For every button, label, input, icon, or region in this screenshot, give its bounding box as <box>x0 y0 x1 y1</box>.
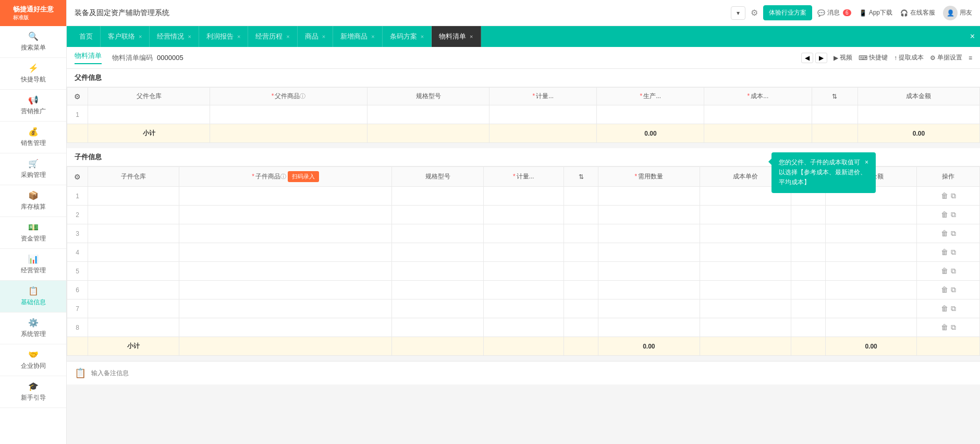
child-row-2-spec[interactable] <box>392 206 483 224</box>
single-settings-action[interactable]: ⚙ 单据设置 <box>930 53 962 62</box>
child-row-6-product[interactable] <box>179 281 392 299</box>
child-row-1-warehouse[interactable] <box>88 187 179 206</box>
child-row-1-spec[interactable] <box>392 187 483 206</box>
child-row-5-spec[interactable] <box>392 262 483 281</box>
nav-next-btn[interactable]: ▶ <box>815 53 827 63</box>
child-row-7-product[interactable] <box>179 299 392 318</box>
child-row-6-spec[interactable] <box>392 281 483 299</box>
child-row-6-unit[interactable] <box>483 281 564 299</box>
child-row-7-spec[interactable] <box>392 299 483 318</box>
child-row-7-copy-icon[interactable]: ⧉ <box>951 304 956 313</box>
child-row-1-unit[interactable] <box>483 187 564 206</box>
tab-operations-close[interactable]: × <box>188 33 191 40</box>
child-row-3-warehouse[interactable] <box>88 224 179 243</box>
tab-home[interactable]: 首页 <box>72 26 101 47</box>
parent-row-1-cost[interactable] <box>704 105 812 124</box>
child-row-3-delete-icon[interactable]: 🗑 <box>941 229 948 238</box>
child-row-1-qty[interactable] <box>598 187 700 206</box>
parent-row-1-spec[interactable] <box>368 105 489 124</box>
remark-input[interactable] <box>91 369 972 377</box>
dropdown-btn[interactable]: ▾ <box>731 6 745 20</box>
child-row-2-copy-icon[interactable]: ⧉ <box>951 210 956 219</box>
child-row-4-unit-cost[interactable] <box>700 243 791 262</box>
child-row-8-unit-cost[interactable] <box>700 318 791 337</box>
child-row-3-unit[interactable] <box>483 224 564 243</box>
child-row-5-unit-cost[interactable] <box>700 262 791 281</box>
tab-barcode[interactable]: 条码方案 × <box>383 26 432 47</box>
tab-history[interactable]: 经营历程 × <box>248 26 297 47</box>
child-row-2-warehouse[interactable] <box>88 206 179 224</box>
child-row-2-product[interactable] <box>179 206 392 224</box>
child-row-7-warehouse[interactable] <box>88 299 179 318</box>
tooltip-close-btn[interactable]: × <box>865 158 868 167</box>
child-row-8-qty[interactable] <box>598 318 700 337</box>
close-all-tabs[interactable]: × <box>970 32 975 41</box>
sidebar-item-search[interactable]: 🔍 搜索菜单 <box>0 26 66 58</box>
child-row-8-spec[interactable] <box>392 318 483 337</box>
sidebar-item-quicknav[interactable]: ⚡ 快捷导航 <box>0 58 66 90</box>
child-row-7-delete-icon[interactable]: 🗑 <box>941 304 948 313</box>
sidebar-item-enterprise[interactable]: 🤝 企业协同 <box>0 344 66 376</box>
parent-th-gear[interactable]: ⚙ <box>67 88 88 105</box>
tab-customers[interactable]: 客户联络 × <box>101 26 150 47</box>
shortcut-action[interactable]: ⌨ 快捷键 <box>859 53 888 62</box>
sidebar-item-finance[interactable]: 💵 资金管理 <box>0 217 66 249</box>
child-row-5-warehouse[interactable] <box>88 262 179 281</box>
sidebar-item-marketing[interactable]: 📢 营销推广 <box>0 90 66 122</box>
tab-history-close[interactable]: × <box>286 33 289 40</box>
child-row-5-qty[interactable] <box>598 262 700 281</box>
sidebar-item-system[interactable]: ⚙️ 系统管理 <box>0 313 66 344</box>
sidebar-item-sales[interactable]: 💰 销售管理 <box>0 122 66 153</box>
message-action[interactable]: 💬 消息 6 <box>817 8 851 17</box>
sidebar-item-operations[interactable]: 📊 经营管理 <box>0 249 66 281</box>
online-service-action[interactable]: 🎧 在线客服 <box>900 8 935 17</box>
parent-row-1-product[interactable] <box>210 105 368 124</box>
child-row-8-unit[interactable] <box>483 318 564 337</box>
child-row-8-copy-icon[interactable]: ⧉ <box>951 323 956 332</box>
child-row-1-copy-icon[interactable]: ⧉ <box>951 191 956 200</box>
child-row-4-unit[interactable] <box>483 243 564 262</box>
child-row-6-qty[interactable] <box>598 281 700 299</box>
child-row-1-product[interactable] <box>179 187 392 206</box>
user-action[interactable]: 👤 用友 <box>943 6 972 20</box>
trial-btn[interactable]: 体验行业方案 <box>763 5 812 20</box>
tab-bom[interactable]: 物料清单 × <box>432 26 481 47</box>
child-row-8-product[interactable] <box>179 318 392 337</box>
child-row-4-delete-icon[interactable]: 🗑 <box>941 248 948 257</box>
child-row-3-product[interactable] <box>179 224 392 243</box>
child-row-2-unit[interactable] <box>483 206 564 224</box>
child-row-5-unit[interactable] <box>483 262 564 281</box>
child-row-4-copy-icon[interactable]: ⧉ <box>951 248 956 257</box>
extract-cost-action[interactable]: ↑ 提取成本 <box>894 53 924 62</box>
tab-goods-close[interactable]: × <box>322 33 325 40</box>
child-row-2-delete-icon[interactable]: 🗑 <box>941 210 948 219</box>
tab-goods[interactable]: 商品 × <box>298 26 333 47</box>
child-row-8-warehouse[interactable] <box>88 318 179 337</box>
child-th-gear[interactable]: ⚙ <box>67 167 88 187</box>
sidebar-item-purchase[interactable]: 🛒 采购管理 <box>0 153 66 185</box>
child-row-4-spec[interactable] <box>392 243 483 262</box>
tab-operations[interactable]: 经营情况 × <box>150 26 199 47</box>
child-row-6-copy-icon[interactable]: ⧉ <box>951 285 956 294</box>
parent-row-1-unit[interactable] <box>489 105 597 124</box>
tab-new-goods[interactable]: 新增商品 × <box>333 26 382 47</box>
child-row-5-product[interactable] <box>179 262 392 281</box>
child-row-4-warehouse[interactable] <box>88 243 179 262</box>
child-row-6-warehouse[interactable] <box>88 281 179 299</box>
child-row-3-qty[interactable] <box>598 224 700 243</box>
child-row-2-qty[interactable] <box>598 206 700 224</box>
child-row-4-product[interactable] <box>179 243 392 262</box>
child-row-8-delete-icon[interactable]: 🗑 <box>941 323 948 332</box>
tab-profit-close[interactable]: × <box>237 33 240 40</box>
child-row-1-delete-icon[interactable]: 🗑 <box>941 191 948 200</box>
child-row-6-delete-icon[interactable]: 🗑 <box>941 285 948 294</box>
tab-new-goods-close[interactable]: × <box>371 33 374 40</box>
parent-row-1-warehouse[interactable] <box>88 105 210 124</box>
settings-icon[interactable]: ⚙ <box>751 8 758 18</box>
child-row-5-delete-icon[interactable]: 🗑 <box>941 267 948 275</box>
sidebar-item-basics[interactable]: 📋 基础信息 <box>0 281 66 313</box>
nav-prev-btn[interactable]: ◀ <box>801 53 813 63</box>
app-download-action[interactable]: 📱 App下载 <box>859 8 892 17</box>
tab-barcode-close[interactable]: × <box>421 33 424 40</box>
child-row-6-unit-cost[interactable] <box>700 281 791 299</box>
